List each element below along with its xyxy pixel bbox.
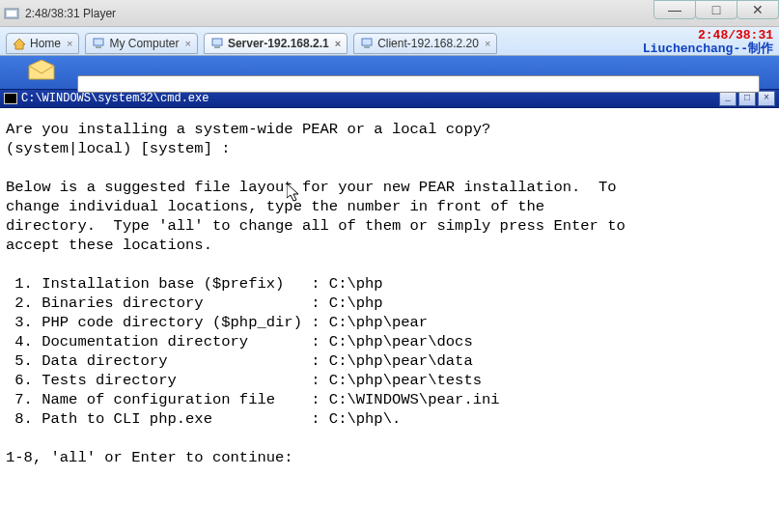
console-line: 1. Installation base ($prefix) : C:\php bbox=[6, 275, 383, 293]
console-line: change individual locations, type the nu… bbox=[6, 198, 544, 215]
console-line: (system|local) [system] : bbox=[6, 140, 231, 157]
svg-rect-3 bbox=[94, 39, 103, 45]
watermark: 2:48/38:31 Liuchenchang--制作 bbox=[643, 29, 773, 56]
window-button-group: — □ ✕ bbox=[654, 0, 779, 19]
tab-close-icon[interactable]: × bbox=[335, 38, 341, 49]
player-app-icon bbox=[4, 6, 19, 21]
tab-my-computer[interactable]: My Computer × bbox=[85, 33, 197, 54]
computer-icon bbox=[92, 37, 105, 50]
maximize-button[interactable]: □ bbox=[695, 0, 737, 19]
home-icon bbox=[13, 37, 26, 50]
console-line: accept these locations. bbox=[6, 237, 212, 254]
console-line: 6. Tests directory : C:\php\pear\tests bbox=[6, 372, 482, 389]
console-line: 3. PHP code directory ($php_dir) : C:\ph… bbox=[6, 314, 428, 331]
svg-marker-9 bbox=[29, 60, 54, 79]
tab-label: Home bbox=[30, 37, 61, 50]
svg-rect-1 bbox=[7, 11, 16, 16]
console-line: 7. Name of configuration file : C:\WINDO… bbox=[6, 391, 500, 408]
cmd-title-text: C:\WINDOWS\system32\cmd.exe bbox=[21, 92, 209, 105]
cmd-icon bbox=[4, 93, 17, 104]
close-button[interactable]: ✕ bbox=[737, 0, 779, 19]
tab-label: Client-192.168.2.20 bbox=[377, 37, 479, 50]
explorer-address-bar[interactable] bbox=[77, 75, 760, 93]
tab-client[interactable]: Client-192.168.2.20 × bbox=[353, 33, 497, 54]
tab-home[interactable]: Home × bbox=[6, 33, 79, 54]
cmd-window-buttons: _ □ × bbox=[717, 91, 775, 106]
watermark-time: 2:48/38:31 bbox=[643, 29, 773, 42]
svg-rect-6 bbox=[214, 46, 220, 48]
console-line: 8. Path to CLI php.exe : C:\php\. bbox=[6, 410, 401, 428]
tab-close-icon[interactable]: × bbox=[184, 38, 190, 49]
svg-rect-4 bbox=[96, 46, 101, 48]
tab-label: My Computer bbox=[109, 37, 179, 50]
player-title-text: 2:48/38:31 Player bbox=[25, 7, 116, 20]
tab-label: Server-192.168.2.1 bbox=[228, 37, 329, 50]
cmd-maximize-button[interactable]: □ bbox=[738, 91, 756, 106]
session-tab-strip: Home × My Computer × Server-192.168.2.1 … bbox=[0, 27, 779, 56]
svg-marker-2 bbox=[14, 39, 25, 49]
remote-desktop-sliver bbox=[0, 56, 779, 89]
svg-rect-7 bbox=[362, 39, 372, 45]
console-line: 4. Documentation directory : C:\php\pear… bbox=[6, 333, 473, 350]
watermark-author: Liuchenchang--制作 bbox=[643, 42, 773, 56]
tab-server[interactable]: Server-192.168.2.1 × bbox=[204, 33, 348, 54]
cmd-minimize-button[interactable]: _ bbox=[719, 91, 737, 106]
cmd-console[interactable]: Are you installing a system-wide PEAR or… bbox=[0, 108, 779, 532]
console-line: Below is a suggested file layout for you… bbox=[6, 179, 617, 196]
mail-icon[interactable] bbox=[27, 60, 56, 81]
tab-close-icon[interactable]: × bbox=[485, 38, 490, 49]
console-line: 5. Data directory : C:\php\pear\data bbox=[6, 352, 473, 370]
console-prompt: 1-8, 'all' or Enter to continue: bbox=[6, 449, 293, 466]
console-line: Are you installing a system-wide PEAR or… bbox=[6, 121, 490, 138]
server-icon bbox=[210, 37, 224, 50]
cmd-close-button[interactable]: × bbox=[758, 91, 775, 106]
client-icon bbox=[360, 37, 374, 50]
tab-close-icon[interactable]: × bbox=[67, 38, 72, 49]
svg-rect-5 bbox=[212, 39, 222, 45]
player-title-bar: 2:48/38:31 Player — □ ✕ bbox=[0, 0, 779, 27]
console-line: directory. Type 'all' to change all of t… bbox=[6, 217, 626, 235]
svg-rect-8 bbox=[364, 46, 370, 48]
console-line: 2. Binaries directory : C:\php bbox=[6, 294, 383, 312]
minimize-button[interactable]: — bbox=[654, 0, 696, 19]
